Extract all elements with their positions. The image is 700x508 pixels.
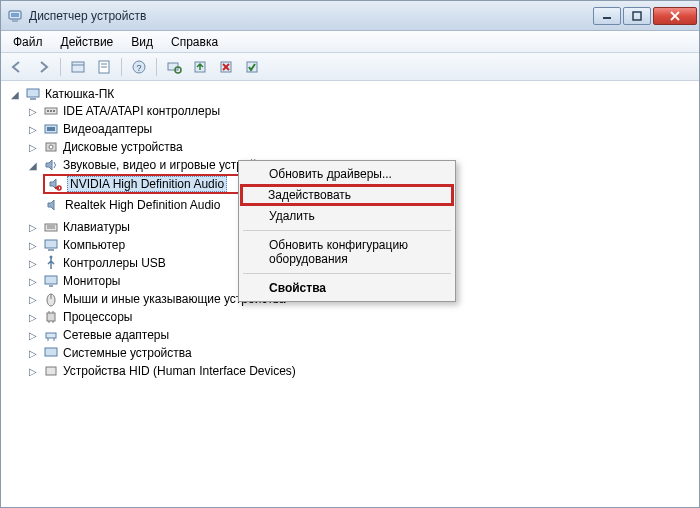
tb-show-hidden-button[interactable]	[66, 56, 90, 78]
tree-item-usb[interactable]: ▷Контроллеры USB	[25, 255, 168, 271]
tree-item-label: Мониторы	[63, 274, 120, 288]
tree-root-label: Катюшка-ПК	[45, 87, 114, 101]
hid-icon	[43, 363, 59, 379]
svg-rect-51	[46, 367, 56, 375]
keyboard-icon	[43, 219, 59, 235]
tree-item-cpu[interactable]: ▷Процессоры	[25, 309, 135, 325]
svg-rect-2	[12, 20, 18, 22]
close-button[interactable]	[653, 7, 697, 25]
toolbar-separator	[60, 58, 61, 76]
menu-action[interactable]: Действие	[53, 33, 122, 51]
tree-item-label: Сетевые адаптеры	[63, 328, 169, 342]
svg-rect-28	[47, 127, 55, 131]
tree-item-label: IDE ATA/ATAPI контроллеры	[63, 104, 220, 118]
network-icon	[43, 327, 59, 343]
system-device-icon	[43, 345, 59, 361]
sound-icon	[43, 157, 59, 173]
cpu-icon	[43, 309, 59, 325]
expand-icon[interactable]: ▷	[27, 347, 39, 359]
tree-item-label: Клавиатуры	[63, 220, 130, 234]
collapse-icon[interactable]: ◢	[9, 88, 21, 100]
svg-rect-24	[47, 110, 49, 112]
window-title: Диспетчер устройств	[29, 9, 593, 23]
tree-item-keyboard[interactable]: ▷Клавиатуры	[25, 219, 132, 235]
tree-item-realtek-audio[interactable]: Realtek High Definition Audio	[43, 197, 222, 213]
app-icon	[7, 8, 23, 24]
menu-file[interactable]: Файл	[5, 33, 51, 51]
tb-uninstall-button[interactable]	[214, 56, 238, 78]
svg-point-30	[49, 145, 53, 149]
tree-item-label: Видеоадаптеры	[63, 122, 152, 136]
tree-item-monitor[interactable]: ▷Мониторы	[25, 273, 122, 289]
menubar: Файл Действие Вид Справка	[1, 31, 699, 53]
expand-icon[interactable]: ▷	[27, 275, 39, 287]
maximize-button[interactable]	[623, 7, 651, 25]
toolbar: ?	[1, 53, 699, 81]
svg-rect-50	[45, 348, 57, 356]
tree-item-disk[interactable]: ▷Дисковые устройства	[25, 139, 185, 155]
expand-icon[interactable]: ▷	[27, 221, 39, 233]
ctx-update-drivers[interactable]: Обновить драйверы...	[241, 163, 453, 185]
tree-item-nvidia-audio[interactable]: NVIDIA High Definition Audio	[43, 174, 269, 194]
svg-point-37	[50, 256, 53, 259]
tb-update-driver-button[interactable]	[188, 56, 212, 78]
expand-icon[interactable]: ▷	[27, 239, 39, 251]
tree-item-label: Системные устройства	[63, 346, 192, 360]
minimize-button[interactable]	[593, 7, 621, 25]
ctx-separator	[243, 230, 451, 231]
expand-icon[interactable]: ▷	[27, 329, 39, 341]
svg-rect-22	[30, 98, 36, 100]
ctx-scan-hardware[interactable]: Обновить конфигурацию оборудования	[241, 234, 453, 270]
tree-item-hid[interactable]: ▷Устройства HID (Human Interface Devices…	[25, 363, 298, 379]
expand-icon[interactable]: ▷	[27, 311, 39, 323]
computer-icon	[43, 237, 59, 253]
tb-help-button[interactable]: ?	[127, 56, 151, 78]
ctx-separator	[243, 273, 451, 274]
ctx-enable[interactable]: Задействовать	[240, 184, 454, 206]
svg-rect-47	[46, 333, 56, 338]
tb-back-button[interactable]	[5, 56, 29, 78]
display-adapter-icon	[43, 121, 59, 137]
ctx-uninstall[interactable]: Удалить	[241, 205, 453, 227]
menu-help[interactable]: Справка	[163, 33, 226, 51]
context-menu: Обновить драйверы... Задействовать Удали…	[238, 160, 456, 302]
monitor-icon	[43, 273, 59, 289]
tree-item-label: NVIDIA High Definition Audio	[67, 176, 227, 192]
tree-item-system[interactable]: ▷Системные устройства	[25, 345, 194, 361]
disk-icon	[43, 139, 59, 155]
menu-view[interactable]: Вид	[123, 33, 161, 51]
svg-rect-39	[49, 285, 53, 287]
tb-forward-button[interactable]	[31, 56, 55, 78]
titlebar: Диспетчер устройств	[1, 1, 699, 31]
collapse-icon[interactable]: ◢	[27, 159, 39, 171]
sound-device-icon	[45, 197, 61, 213]
controller-icon	[43, 103, 59, 119]
svg-rect-4	[633, 12, 641, 20]
mouse-icon	[43, 291, 59, 307]
svg-rect-42	[47, 313, 55, 321]
expand-icon[interactable]: ▷	[27, 293, 39, 305]
expand-icon[interactable]: ▷	[27, 365, 39, 377]
expand-icon[interactable]: ▷	[27, 141, 39, 153]
tb-scan-button[interactable]	[162, 56, 186, 78]
ctx-properties[interactable]: Свойства	[241, 277, 453, 299]
expand-icon[interactable]: ▷	[27, 123, 39, 135]
tree-item-network[interactable]: ▷Сетевые адаптеры	[25, 327, 171, 343]
svg-rect-25	[50, 110, 52, 112]
tree-item-label: Компьютер	[63, 238, 125, 252]
toolbar-separator	[156, 58, 157, 76]
svg-rect-26	[53, 110, 55, 112]
svg-rect-36	[48, 249, 54, 251]
expand-icon[interactable]: ▷	[27, 105, 39, 117]
tb-enable-button[interactable]	[240, 56, 264, 78]
tree-item-video[interactable]: ▷Видеоадаптеры	[25, 121, 154, 137]
tb-properties-button[interactable]	[92, 56, 116, 78]
tree-item-computer[interactable]: ▷Компьютер	[25, 237, 127, 253]
tree-item-ide[interactable]: ▷IDE ATA/ATAPI контроллеры	[25, 103, 222, 119]
expand-icon[interactable]: ▷	[27, 257, 39, 269]
tree-root[interactable]: ◢ Катюшка-ПК	[7, 86, 116, 102]
svg-rect-14	[168, 63, 178, 70]
sound-device-icon	[47, 176, 63, 192]
tree-item-label: Устройства HID (Human Interface Devices)	[63, 364, 296, 378]
svg-rect-38	[45, 276, 57, 284]
